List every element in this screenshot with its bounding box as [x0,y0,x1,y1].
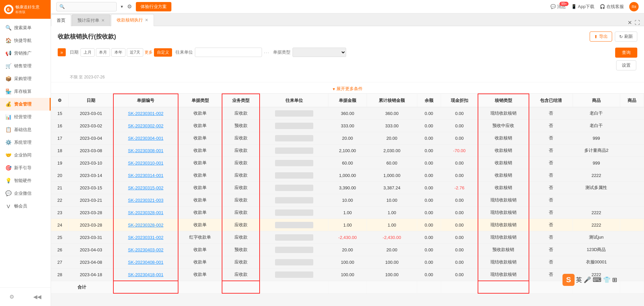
order-no-link[interactable]: SK-20230302-002 [128,123,164,128]
sidebar-item-wechat[interactable]: 💬企业微信 [0,187,51,200]
cell-num: 21 [51,182,69,194]
order-type-select[interactable] [292,48,346,57]
sidebar-item-collab[interactable]: 🤝企业协同 [0,149,51,162]
cell-acc-write-off: 2,030.00 [367,144,417,157]
date-btn-this-year[interactable]: 本年 [111,48,125,57]
date-btn-custom[interactable]: 自定义 [154,48,172,57]
order-no-link[interactable]: SK-20230310-001 [128,161,164,166]
gear-icon[interactable]: ⚙ [127,3,132,10]
cell-write-off-type: 现结收款核销 [478,206,529,219]
cell-num: 28 [51,268,69,281]
global-search[interactable]: 🔍 [56,2,117,11]
sidebar-item-finance[interactable]: 💰资金管理 [0,98,51,111]
settings-btn[interactable]: 设置 [616,60,636,70]
order-no-link[interactable]: SK-20230308-001 [128,148,164,153]
collapse-icon[interactable]: ◀◀ [31,291,44,303]
tab-home[interactable]: 首页 [51,14,71,26]
table-row: 27 2023-04-08 SK-20230408-001 收款单 应收款 ██… [51,256,644,268]
settings-bottom-icon[interactable]: ⚙ [7,291,17,303]
expand-more-btn[interactable]: ▾ 展开更多条件 [51,86,644,92]
sidebar-item-inventory[interactable]: 🏪库存核算 [0,85,51,98]
order-no-link[interactable]: SK-20230315-002 [128,185,164,190]
export-btn[interactable]: ⬆ 导出 [590,32,612,42]
sidebar-item-marketing[interactable]: 📢营销推广 [0,47,51,60]
cell-goods [573,194,620,206]
total-empty2 [178,281,222,293]
total-empty1 [113,281,178,293]
cell-order-type: 收款单 [178,182,222,194]
sidebar-item-hardware[interactable]: 💡智能硬件 [0,174,51,187]
order-no-link[interactable]: SK-20230328-002 [128,223,164,228]
sidebar-icon-quick-nav: 🏠 [5,38,11,44]
message-btn[interactable]: 💬 消息 99+ [550,4,566,10]
main-content: 🔍 ▾ ⚙ 体验行业方案 💬 消息 99+ 📱 App下载 🎧 在线客服 Rit [51,0,644,306]
sidebar-item-guide[interactable]: 🎯新手引导 [0,162,51,174]
app-download-btn[interactable]: 📱 App下载 [571,4,594,10]
sidebar-item-system[interactable]: ⚙️系统管理 [0,136,51,149]
dropdown-arrow[interactable]: ▾ [121,4,123,9]
order-no-link[interactable]: SK-20230304-001 [128,136,164,141]
cell-order-amount: 1,000.00 [328,169,367,182]
sidebar-item-purchase[interactable]: 📦采购管理 [0,72,51,85]
user-avatar[interactable]: Rit [629,2,639,11]
cell-balance: 0.00 [417,194,441,206]
cell-goods: 2222 [573,219,620,231]
partner-input[interactable] [195,48,262,57]
table-row: 28 2023-04-18 SK-20230418-001 收款单 应收款 ██… [51,268,644,281]
cell-order-amount: 10.00 [328,194,367,206]
tab-collection-exec[interactable]: 收款核销执行 ✕ [111,14,154,26]
sidebar-item-basic[interactable]: 📋基础信息 [0,123,51,136]
date-more[interactable]: 更多 [145,50,153,55]
refresh-btn[interactable]: ↻ 刷新 [615,32,637,42]
maximize-icon[interactable]: ⛶ [635,20,640,26]
query-btn[interactable]: 查询 [615,48,637,58]
cell-biz-type: 应收款 [222,132,260,144]
filter-dots[interactable]: ··· [264,50,270,55]
tab-pre-apply[interactable]: 预计应付单 ✕ [72,14,110,26]
cell-balance: 0.00 [417,256,441,268]
cell-biz-type: 应收款 [222,256,260,268]
table-head: ⚙ 日期 单据编号 单据类型 业务类型 往来单位 单据金额 累计核销金额 余额 … [51,94,644,107]
cell-acc-write-off: 1.00 [367,206,417,219]
tab-collection-exec-close[interactable]: ✕ [145,18,148,22]
cell-order-no: SK-20230403-002 [113,244,178,256]
th-settings[interactable]: ⚙ [51,94,69,107]
date-btn-last-month[interactable]: 上月 [80,48,95,57]
cell-cash-discount: 0.00 [441,107,478,120]
order-no-link[interactable]: SK-20230331-002 [128,235,164,240]
cell-include-settled: 否 [529,132,573,144]
sidebar: 6 畅康道好生意 标推版 🔍搜索菜单🏠快捷导航📢营销推广🛒销售管理📦采购管理🏪库… [0,0,51,306]
th-include-settled: 包含已结清 [529,94,573,107]
cell-date: 2023-03-14 [69,169,113,182]
sidebar-item-search[interactable]: 🔍搜索菜单 [0,21,51,34]
cell-order-no: SK-20230308-001 [113,144,178,157]
sidebar-item-sales[interactable]: 🛒销售管理 [0,60,51,72]
order-no-link[interactable]: SK-20230418-001 [128,272,164,277]
cell-cash-discount: 0.00 [441,231,478,244]
sidebar-item-quick-nav[interactable]: 🏠快捷导航 [0,34,51,47]
sidebar-label-basic: 基础信息 [14,127,32,133]
sidebar-item-member[interactable]: V畅会员 [0,200,51,212]
page-header-actions: ⬆ 导出 ↻ 刷新 [590,32,637,42]
order-no-link[interactable]: SK-20230408-001 [128,260,164,265]
cell-goods: 多计量商品2 [573,144,620,157]
cell-write-off-type: 现结收款核销 [478,268,529,281]
date-btn-this-month[interactable]: 本月 [96,48,110,57]
order-no-link[interactable]: SK-20230403-002 [128,247,164,252]
order-no-link[interactable]: SK-20230301-002 [128,111,164,116]
filter-collapse-btn[interactable]: » [58,48,66,56]
order-no-link[interactable]: SK-20230328-001 [128,210,164,215]
online-service-btn[interactable]: 🎧 在线客服 [600,4,624,10]
tab-pre-apply-close[interactable]: ✕ [101,18,105,23]
cell-date: 2023-03-04 [69,132,113,144]
cell-order-type: 收款单 [178,120,222,132]
date-btn-7days[interactable]: 近7天 [127,48,143,57]
search-icon: 🔍 [59,4,65,9]
close-tab-icon[interactable]: ✕ [628,19,632,26]
cell-order-no: SK-20230328-001 [113,206,178,219]
order-no-link[interactable]: SK-20230314-001 [128,173,164,178]
order-no-link[interactable]: SK-20230321-003 [128,198,164,203]
industry-solution-btn[interactable]: 体验行业方案 [136,2,171,11]
cell-partner: ████████ [260,194,328,206]
sidebar-item-ops[interactable]: 📊经营管理 [0,111,51,123]
